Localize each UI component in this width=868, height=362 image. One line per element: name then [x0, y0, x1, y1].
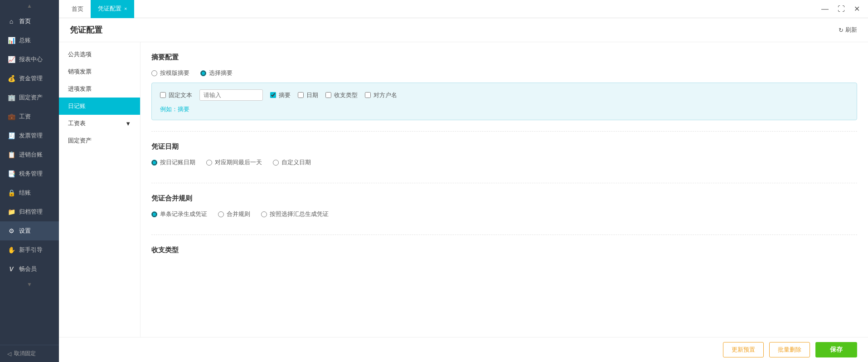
unpin-button[interactable]: ◁ 取消固定	[0, 345, 59, 362]
summary-radio-select[interactable]: 选择摘要	[200, 69, 233, 77]
merge-radio-single[interactable]: 单条记录生成凭证	[151, 210, 207, 218]
save-button[interactable]: 保存	[815, 342, 857, 357]
window-close-button[interactable]: ✕	[851, 4, 863, 14]
merge-radio-row: 单条记录生成凭证 合并规则 按照选择汇总生成凭证	[151, 210, 857, 218]
window-controls: — ⛶ ✕	[819, 4, 863, 14]
tab-home[interactable]: 首页	[64, 0, 91, 18]
summary-options-row: 固定文本 摘要 日期	[160, 89, 849, 101]
archive-icon: 📁	[7, 208, 15, 215]
sidebar-scroll-down[interactable]: ▼	[0, 279, 59, 290]
left-nav-diary[interactable]: 日记账	[59, 98, 140, 115]
sidebar-item-funds[interactable]: 💰 资金管理	[0, 69, 59, 88]
date-radio-diary[interactable]: 按日记账日期	[151, 158, 195, 166]
page-header: 凭证配置 ↻ 刷新	[59, 18, 868, 42]
home-icon: ⌂	[7, 18, 15, 25]
report-icon: 📈	[7, 56, 15, 63]
ledger-icon: 📊	[7, 37, 15, 44]
merge-section: 凭证合并规则 单条记录生成凭证 合并规则 按照选择汇总生成凭证	[151, 194, 857, 235]
tab-bar: 首页 凭证配置 × — ⛶ ✕	[59, 0, 868, 18]
purchase-sales-icon: 📋	[7, 151, 15, 158]
merge-radio-rule[interactable]: 合并规则	[218, 210, 250, 218]
checkbox-counterpart[interactable]: 对方户名	[365, 91, 397, 99]
content-wrapper: 凭证配置 ↻ 刷新 公共选项 销项发票 进项发票 日记账	[59, 18, 868, 362]
sidebar-item-home[interactable]: ⌂ 首页	[0, 12, 59, 31]
left-nav-payroll-table[interactable]: 工资表 ▼	[59, 115, 140, 132]
inner-layout: 公共选项 销项发票 进项发票 日记账 工资表 ▼ 固定资产	[59, 42, 868, 337]
merge-radio-total[interactable]: 按照选择汇总生成凭证	[261, 210, 329, 218]
sidebar-item-report[interactable]: 📈 报表中心	[0, 50, 59, 69]
income-title: 收支类型	[151, 246, 857, 254]
maximize-button[interactable]: ⛶	[835, 4, 848, 14]
sidebar-item-settings[interactable]: ⚙ 设置	[0, 221, 59, 240]
settings-icon: ⚙	[7, 227, 15, 235]
sidebar-item-purchase-sales[interactable]: 📋 进销台账	[0, 145, 59, 164]
refresh-icon: ↻	[839, 27, 844, 34]
sidebar-item-invoice-mgmt[interactable]: 🧾 发票管理	[0, 126, 59, 145]
checkbox-date[interactable]: 日期	[298, 91, 318, 99]
update-preview-button[interactable]: 更新预置	[723, 342, 764, 357]
tax-icon: 📑	[7, 170, 15, 177]
summary-title: 摘要配置	[151, 53, 857, 62]
left-nav-common[interactable]: 公共选项	[59, 46, 140, 63]
date-section: 凭证日期 按日记账日期 对应期间最后一天 自定义日期	[151, 142, 857, 183]
sidebar-item-ledger[interactable]: 📊 总账	[0, 31, 59, 50]
left-nav-purchase-invoice[interactable]: 进项发票	[59, 80, 140, 98]
date-radio-custom[interactable]: 自定义日期	[273, 158, 311, 166]
summary-radio-template[interactable]: 按模版摘要	[151, 69, 189, 77]
right-content: 摘要配置 按模版摘要 选择摘要	[141, 42, 868, 337]
merge-title: 凭证合并规则	[151, 194, 857, 203]
guide-icon: ✋	[7, 246, 15, 254]
minimize-button[interactable]: —	[819, 4, 831, 14]
page-title: 凭证配置	[70, 24, 102, 35]
invoice-mgmt-icon: 🧾	[7, 132, 15, 139]
left-nav-sales-invoice[interactable]: 销项发票	[59, 63, 140, 80]
assets-icon: 🏢	[7, 94, 15, 101]
bottom-bar: 更新预置 批量删除 保存	[59, 337, 868, 362]
tab-close-icon[interactable]: ×	[124, 6, 127, 11]
sidebar: ▲ ⌂ 首页 📊 总账 📈 报表中心 💰 资金管理 🏢 固定资产 💼 工资 🧾 …	[0, 0, 59, 362]
checkbox-fixed-text[interactable]: 固定文本	[160, 91, 192, 99]
summary-section: 摘要配置 按模版摘要 选择摘要	[151, 53, 857, 132]
summary-radio-row: 按模版摘要 选择摘要	[151, 69, 857, 77]
summary-example: 例如：摘要	[160, 105, 849, 113]
checkbox-income-type[interactable]: 收支类型	[325, 91, 358, 99]
sidebar-item-close[interactable]: 🔒 结账	[0, 183, 59, 202]
tab-voucher-config[interactable]: 凭证配置 ×	[91, 0, 134, 18]
payroll-icon: 💼	[7, 113, 15, 120]
funds-icon: 💰	[7, 75, 15, 82]
summary-config-box: 固定文本 摘要 日期	[151, 83, 857, 120]
left-nav-fixed-assets[interactable]: 固定资产	[59, 132, 140, 149]
chevron-right-icon: ▼	[125, 120, 131, 127]
sidebar-item-archive[interactable]: 📁 归档管理	[0, 202, 59, 221]
date-radio-row: 按日记账日期 对应期间最后一天 自定义日期	[151, 158, 857, 166]
fixed-text-input[interactable]	[199, 89, 263, 101]
date-title: 凭证日期	[151, 142, 857, 151]
income-section: 收支类型	[151, 246, 857, 273]
main-area: 首页 凭证配置 × — ⛶ ✕ 凭证配置 ↻ 刷新 公共选项	[59, 0, 868, 362]
sidebar-item-tax[interactable]: 📑 税务管理	[0, 164, 59, 183]
sidebar-item-payroll[interactable]: 💼 工资	[0, 107, 59, 126]
left-nav: 公共选项 销项发票 进项发票 日记账 工资表 ▼ 固定资产	[59, 42, 141, 337]
sidebar-item-vip[interactable]: V 畅会员	[0, 259, 59, 279]
date-radio-last-day[interactable]: 对应期间最后一天	[206, 158, 262, 166]
refresh-button[interactable]: ↻ 刷新	[839, 26, 857, 34]
checkbox-summary[interactable]: 摘要	[270, 91, 291, 99]
pin-icon: ◁	[7, 351, 11, 357]
batch-delete-button[interactable]: 批量删除	[769, 342, 810, 357]
sidebar-scroll-up[interactable]: ▲	[0, 0, 59, 12]
sidebar-item-guide[interactable]: ✋ 新手引导	[0, 240, 59, 259]
sidebar-item-assets[interactable]: 🏢 固定资产	[0, 88, 59, 107]
close-accounts-icon: 🔒	[7, 189, 15, 196]
vip-icon: V	[7, 265, 15, 273]
